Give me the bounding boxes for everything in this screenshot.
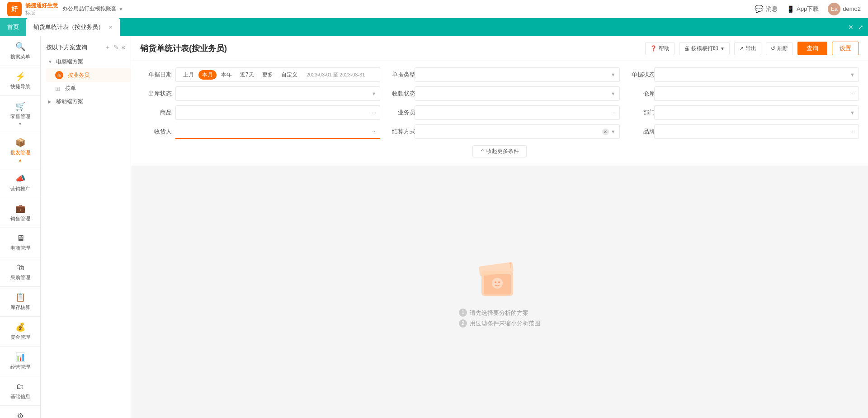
salesperson-input[interactable]: ··· (415, 105, 619, 120)
sidebar-item-retail[interactable]: 🛒 零售管理 ▼ (0, 96, 40, 132)
sidebar-item-inventory[interactable]: 📋 库存核算 (0, 287, 40, 317)
title-bar-actions: ❓ 帮助 🖨 按模板打印 ▼ ↗ 导出 ↺ 刷新 (645, 42, 859, 55)
tab-sales-stat-label: 销货单统计表（按业务员） (33, 23, 104, 31)
filter-row-1: 单据日期 上月 本月 本年 近7天 更多 自定义 2023-03-01 至 20… (140, 67, 859, 82)
brand-label: 品牌 (623, 128, 655, 136)
sidebar-item-marketing[interactable]: 📣 营销推广 (0, 168, 40, 198)
tab-home[interactable]: 首页 (0, 18, 26, 36)
user-menu[interactable]: Ea demo2 (828, 3, 861, 15)
date-label: 单据日期 (140, 71, 172, 79)
username-label: demo2 (843, 5, 861, 12)
date-filter[interactable]: 上月 本月 本年 近7天 更多 自定义 2023-03-01 至 2023-03… (175, 67, 380, 82)
account-switcher[interactable]: 办公用品行业模拟账套 ▼ (62, 5, 123, 13)
tree-group-mobile-label: 移动端方案 (56, 98, 83, 105)
page-title: 销货单统计表(按业务员) (140, 43, 227, 54)
add-scheme-btn[interactable]: ＋ (104, 43, 111, 52)
dept-select[interactable]: ▼ (654, 105, 859, 120)
sidebar-item-quick-nav[interactable]: ⚡ 快捷导航 (0, 66, 40, 96)
salesperson-dots: ··· (611, 109, 616, 116)
export-button[interactable]: ↗ 导出 (734, 42, 761, 55)
tree-group-pc-label: 电脑端方案 (56, 58, 83, 66)
warehouse-input[interactable]: ··· (654, 86, 859, 101)
product-label: 商品 (140, 109, 172, 117)
date-tab-more[interactable]: 更多 (259, 70, 277, 80)
retail-expand-icon: ▼ (18, 122, 22, 126)
date-tab-this-year[interactable]: 本年 (217, 70, 236, 80)
payment-status-label: 收款状态 (384, 90, 415, 98)
product-dots: ··· (372, 109, 376, 116)
payment-method-clear[interactable]: ✕ (602, 128, 609, 135)
sidebar-item-search[interactable]: 🔍 搜索菜单 (0, 36, 40, 66)
basic-icon: 🗂 (16, 382, 24, 391)
logo-text: 畅捷通好生意 标版 (25, 2, 58, 16)
sidebar-item-sales[interactable]: 💼 销售管理 (0, 198, 40, 228)
empty-state: ↑ 1 请先选择要分析的方案 (459, 255, 540, 329)
sidebar-item-purchase[interactable]: 🛍 采购管理 (0, 257, 40, 287)
payment-method-select[interactable]: ✕ ▼ (415, 124, 619, 139)
empty-svg: ↑ (472, 255, 527, 300)
tree-item-by-salesperson[interactable]: 按 按业务员 (46, 68, 131, 82)
collapse-panel-btn[interactable]: « (122, 43, 125, 52)
sidebar-item-ecommerce[interactable]: 🖥 电商管理 (0, 228, 40, 257)
date-tab-custom[interactable]: 自定义 (278, 70, 301, 80)
salesperson-scheme-icon: 按 (55, 71, 63, 79)
sidebar-item-system[interactable]: ⚙ 系统管理 (0, 406, 40, 418)
refresh-button[interactable]: ↺ 刷新 (766, 42, 793, 55)
svg-point-4 (492, 278, 503, 289)
app-download-button[interactable]: 📱 App下载 (787, 5, 819, 13)
brand-input[interactable]: ··· (654, 124, 859, 139)
edit-scheme-btn[interactable]: ✎ (113, 43, 119, 52)
sidebar-label-purchase: 采购管理 (10, 274, 30, 281)
date-tab-this-month[interactable]: 本月 (198, 70, 217, 80)
date-tab-7days[interactable]: 近7天 (236, 70, 258, 80)
finance-icon: 💰 (15, 322, 25, 332)
logo-area: 好 畅捷通好生意 标版 (7, 2, 58, 16)
wholesale-expand-icon: ▲ (18, 158, 22, 162)
query-button[interactable]: 查询 (797, 42, 827, 55)
sidebar-label-sales: 销售管理 (10, 215, 30, 222)
query-label: 查询 (807, 45, 818, 52)
avatar: Ea (828, 3, 840, 15)
tree-group-pc[interactable]: ▼ 电脑端方案 (41, 55, 131, 68)
filter-row-3: 商品 ··· 业务员 ··· 部门 ▼ (140, 105, 859, 120)
payment-method-actions: ✕ ▼ (602, 128, 616, 135)
logo-brand: 畅捷通好生意 (25, 2, 58, 10)
tree-item-order-label: 按单 (65, 85, 76, 92)
account-dropdown-icon[interactable]: ▼ (118, 6, 123, 12)
outbound-status-select[interactable]: ▼ (175, 86, 380, 101)
sidebar-item-wholesale[interactable]: 📦 批发管理 ▲ (0, 132, 40, 168)
wholesale-icon: 📦 (15, 138, 25, 147)
help-icon: ❓ (650, 45, 657, 52)
tab-close-icon[interactable]: ✕ (108, 24, 113, 30)
payment-status-select[interactable]: ▼ (415, 86, 619, 101)
svg-text:↑: ↑ (508, 259, 513, 270)
close-tab-btn[interactable]: ✕ (848, 24, 854, 31)
panel-header: 按以下方案查询 ＋ ✎ « (41, 40, 131, 55)
sidebar-item-basic[interactable]: 🗂 基础信息 (0, 376, 40, 406)
sidebar-item-operation[interactable]: 📊 经营管理 (0, 347, 40, 376)
expand-tab-btn[interactable]: ⤢ (858, 24, 863, 31)
sidebar-label-wholesale: 批发管理 (10, 149, 30, 156)
receiver-input[interactable]: ··· (175, 124, 380, 139)
bill-status-select[interactable]: ▼ (654, 67, 859, 82)
product-input[interactable]: ··· (175, 105, 380, 120)
settings-button[interactable]: 设置 (832, 42, 859, 55)
sidebar-item-finance[interactable]: 💰 资金管理 (0, 317, 40, 347)
sidebar-label-inventory: 库存核算 (10, 304, 30, 311)
collapse-area: ⌃ 收起更多条件 (140, 143, 859, 159)
tree-item-by-order[interactable]: ⊞ 按单 (46, 82, 131, 95)
bill-type-select[interactable]: ▼ (415, 67, 619, 82)
date-tab-last-month[interactable]: 上月 (179, 70, 198, 80)
empty-num-2: 2 (459, 319, 467, 328)
print-button[interactable]: 🖨 按模板打印 ▼ (679, 42, 730, 55)
collapse-button[interactable]: ⌃ 收起更多条件 (472, 145, 527, 157)
message-button[interactable]: 💬 消息 (755, 5, 778, 13)
purchase-icon: 🛍 (16, 263, 24, 272)
tree-group-mobile[interactable]: ▶ 移动端方案 (41, 95, 131, 108)
help-button[interactable]: ❓ 帮助 (645, 42, 675, 55)
filter-form: 单据日期 上月 本月 本年 近7天 更多 自定义 2023-03-01 至 20… (131, 61, 868, 166)
right-panel: 销货单统计表(按业务员) ❓ 帮助 🖨 按模板打印 ▼ ↗ 导出 (131, 36, 868, 418)
collapse-label: 收起更多条件 (486, 147, 519, 155)
outbound-status-label: 出库状态 (140, 90, 172, 98)
tab-sales-stat[interactable]: 销货单统计表（按业务员） ✕ (26, 18, 120, 36)
